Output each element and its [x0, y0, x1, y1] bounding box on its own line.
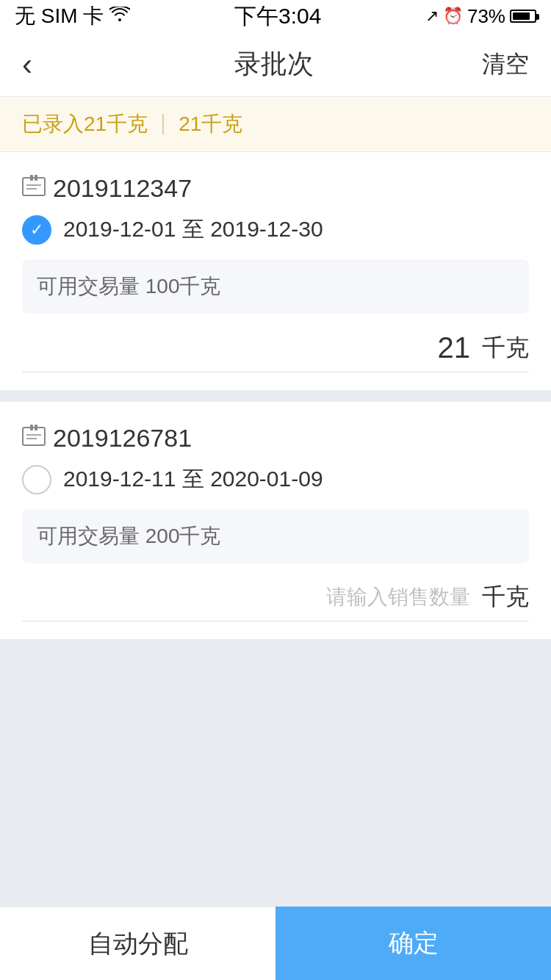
batch-id-2: 2019126781 [53, 424, 192, 453]
battery-percent: 73% [467, 5, 505, 28]
batch-item-1: 2019112347 ✓ 2019-12-01 至 2019-12-30 可用交… [0, 152, 551, 390]
battery-icon [510, 10, 536, 23]
qty-input-1[interactable] [353, 331, 470, 364]
svg-rect-7 [35, 425, 37, 430]
status-time: 下午3:04 [234, 1, 321, 32]
info-divider [162, 114, 164, 134]
status-bar: 无 SIM 卡 下午3:04 ↗ ⏰ 73% [0, 0, 551, 32]
back-button[interactable]: ‹ [22, 47, 66, 82]
qty-input-row-2: 千克 [22, 581, 529, 621]
batch-divider [0, 390, 551, 402]
status-right: ↗ ⏰ 73% [425, 5, 536, 28]
batch-date-row-1[interactable]: ✓ 2019-12-01 至 2019-12-30 [22, 215, 529, 245]
page-title: 录批次 [234, 46, 314, 82]
bottom-bar: 自动分配 确定 [0, 907, 551, 980]
qty-input-2[interactable] [206, 586, 470, 609]
batch-available-2: 可用交易量 200千克 [22, 509, 529, 563]
nav-bar: ‹ 录批次 清空 [0, 32, 551, 97]
auto-distribute-button[interactable]: 自动分配 [0, 907, 276, 980]
batch-id-row-2: 2019126781 [22, 424, 529, 453]
batch-date-row-2[interactable]: 2019-12-11 至 2020-01-09 [22, 464, 529, 494]
info-amount: 21千克 [179, 110, 242, 138]
recorded-label: 已录入21千克 [22, 110, 148, 138]
wifi-icon [109, 7, 130, 26]
batch-available-1: 可用交易量 100千克 [22, 259, 529, 314]
svg-rect-1 [30, 175, 33, 181]
batch-item-2: 2019126781 2019-12-11 至 2020-01-09 可用交易量… [0, 402, 551, 639]
status-left: 无 SIM 卡 [15, 2, 130, 30]
svg-rect-0 [23, 178, 45, 195]
qty-unit-1: 千克 [482, 332, 529, 364]
qty-unit-2: 千克 [482, 581, 529, 613]
info-banner: 已录入21千克 21千克 [0, 97, 551, 152]
location-icon: ↗ [425, 7, 439, 26]
radio-btn-2[interactable] [22, 465, 51, 494]
no-sim-text: 无 SIM 卡 [15, 2, 104, 30]
clear-button[interactable]: 清空 [482, 48, 529, 81]
batch-id-row-1: 2019112347 [22, 174, 529, 203]
batch-date-1: 2019-12-01 至 2019-12-30 [63, 215, 323, 245]
qty-input-row-1: 千克 [22, 331, 529, 372]
batch-date-2: 2019-12-11 至 2020-01-09 [63, 464, 323, 494]
svg-rect-5 [23, 428, 45, 445]
radio-btn-1[interactable]: ✓ [22, 215, 51, 245]
alarm-icon: ⏰ [443, 7, 463, 26]
svg-rect-6 [30, 425, 33, 430]
confirm-button[interactable]: 确定 [276, 907, 551, 980]
bottom-spacer [0, 639, 551, 948]
batch-id-1: 2019112347 [53, 174, 192, 203]
svg-rect-2 [35, 175, 37, 181]
batch-icon-2 [22, 425, 46, 453]
batch-icon-1 [22, 175, 46, 203]
check-icon-1: ✓ [30, 220, 43, 239]
